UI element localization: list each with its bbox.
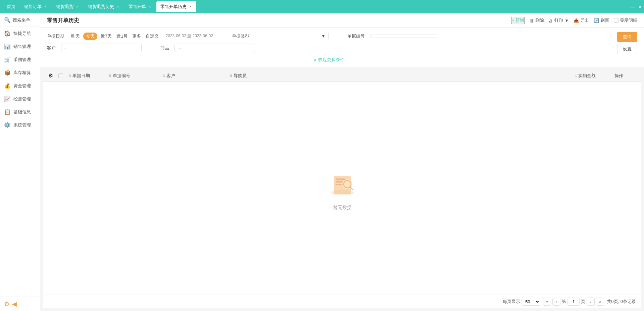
close-button[interactable]: × [639, 4, 641, 9]
last-page-button[interactable]: » [596, 298, 604, 306]
sort-icon-amount[interactable]: ⇅ [574, 74, 577, 77]
minimize-button[interactable]: — [630, 4, 635, 9]
delete-button[interactable]: 🗑 删除 [530, 17, 544, 23]
table-header: ⚙ ⇅ 单据日期 ⇅ 单据编号 ⇅ 客户 ⇅ 导购员 [43, 70, 641, 82]
date-today[interactable]: 今天 [83, 33, 97, 40]
tab-close-retail-open[interactable]: × [148, 4, 152, 9]
tab-retail-open[interactable]: 零售开单 × [125, 1, 156, 12]
date-1month[interactable]: 近1月 [115, 33, 129, 40]
date-7days[interactable]: 近7天 [99, 33, 113, 40]
tab-sales-order[interactable]: 销售订单 × [20, 1, 51, 12]
date-options: 昨天 今天 近7天 近1月 更多 自定义 [70, 33, 160, 40]
tab-close-sales-order[interactable]: × [44, 4, 47, 9]
page-title: 零售开单历史 [47, 17, 79, 24]
number-input[interactable] [370, 35, 437, 38]
number-label: 单据编号 [347, 33, 365, 39]
page-header: 零售开单历史 + 新增 🗑 删除 🖨 打印 ▼ 📤 导出 [40, 13, 644, 28]
filter-row-customer: 客户 ··· 商品 ··· [47, 44, 610, 52]
sidebar-item-operations[interactable]: 📈 经营管理 [0, 92, 40, 105]
content-area: 零售开单历史 + 新增 🗑 删除 🖨 打印 ▼ 📤 导出 [40, 13, 644, 311]
print-icon: 🖨 [549, 18, 553, 23]
export-button[interactable]: 📤 导出 [574, 17, 589, 23]
collapse-sidebar-icon[interactable]: ◀ [12, 300, 17, 308]
settings-bottom-icon[interactable]: ⚙ [4, 300, 9, 308]
sort-icon-date[interactable]: ⇅ [68, 74, 71, 77]
trend-icon: 📈 [4, 96, 11, 102]
sidebar-item-inventory[interactable]: 📦 库存核算 [0, 66, 40, 79]
filter-buttons: 查询 设置 [617, 32, 637, 54]
sort-icon-customer[interactable]: ⇅ [162, 74, 165, 77]
customer-input[interactable]: ··· [61, 44, 142, 52]
tab-close-sales-return-history[interactable]: × [116, 4, 120, 9]
sidebar-item-quick-nav[interactable]: 🏠 快捷导航 [0, 27, 40, 40]
sort-icon-no[interactable]: ⇅ [109, 74, 111, 77]
type-select[interactable]: ▼ [255, 32, 329, 40]
tab-retail-open-history[interactable]: 零售开单历史 × [156, 1, 196, 12]
next-page-button[interactable]: › [587, 298, 595, 306]
goods-input[interactable]: ··· [175, 44, 255, 52]
table-area: ⚙ ⇅ 单据日期 ⇅ 单据编号 ⇅ 客户 ⇅ 导购员 [43, 70, 641, 308]
th-no: ⇅ 单据编号 [106, 73, 160, 79]
th-op: 操作 [612, 73, 639, 79]
collapse-btn[interactable]: ∧ 收起更多条件 [313, 57, 344, 63]
search-icon: 🔍 [4, 17, 11, 23]
window-controls: — × [630, 4, 641, 9]
sidebar-search[interactable]: 🔍 搜索采单 [0, 13, 40, 27]
display-detail-button[interactable]: 显示明细 [614, 17, 637, 23]
page-size-dropdown[interactable]: 50 100 200 [522, 298, 540, 306]
sidebar: 🔍 搜索采单 🏠 快捷导航 📊 销售管理 🛒 采购管理 📦 库存核算 💰 资金管… [0, 13, 40, 311]
display-checkbox [614, 18, 618, 23]
collapse-icon: ∧ [313, 57, 317, 62]
query-button[interactable]: 查询 [617, 32, 637, 42]
sort-icon-guide[interactable]: ⇅ [230, 74, 232, 77]
tab-sales-return-history[interactable]: 销货退货历史 × [84, 1, 124, 12]
home-icon: 🏠 [4, 30, 11, 37]
prev-page-button[interactable]: ‹ [552, 298, 560, 306]
add-button[interactable]: + 新增 [511, 17, 525, 24]
customer-placeholder: ··· [64, 45, 68, 50]
empty-text: 暂无数据 [333, 205, 352, 211]
top-bar: 首页 销售订单 × 销货退货 × 销货退货历史 × 零售开单 × 零售开单历史 … [0, 0, 644, 13]
filter-settings-button[interactable]: 设置 [617, 44, 637, 54]
th-customer: ⇅ 客户 [160, 73, 227, 79]
delete-icon: 🗑 [530, 18, 534, 23]
toolbar: + 新增 🗑 删除 🖨 打印 ▼ 📤 导出 🔄 刷新 [511, 17, 637, 24]
empty-illustration [326, 166, 359, 199]
date-label: 单据日期 [47, 33, 64, 39]
tab-home[interactable]: 首页 [3, 1, 19, 12]
cart-icon: 🛒 [4, 56, 11, 63]
first-page-button[interactable]: « [543, 298, 551, 306]
type-label: 单据类型 [232, 33, 249, 39]
th-date: ⇅ 单据日期 [66, 73, 106, 79]
page-nav: « ‹ 第 页 › » [543, 298, 604, 306]
th-guide: ⇅ 导购员 [227, 73, 267, 79]
money-icon: 💰 [4, 83, 11, 89]
tab-close-retail-open-history[interactable]: × [189, 4, 192, 9]
sidebar-item-sales[interactable]: 📊 销售管理 [0, 40, 40, 53]
refresh-button[interactable]: 🔄 刷新 [594, 17, 609, 23]
export-icon: 📤 [574, 18, 579, 23]
tab-close-sales-return[interactable]: × [76, 4, 79, 9]
date-yesterday[interactable]: 昨天 [70, 33, 81, 40]
sidebar-item-system[interactable]: ⚙️ 系统管理 [0, 118, 40, 132]
print-dropdown-icon: ▼ [564, 18, 569, 23]
main-layout: 🔍 搜索采单 🏠 快捷导航 📊 销售管理 🛒 采购管理 📦 库存核算 💰 资金管… [0, 13, 644, 311]
tab-sales-return[interactable]: 销货退货 × [52, 1, 83, 12]
page-input[interactable] [567, 298, 580, 306]
refresh-icon: 🔄 [594, 18, 599, 23]
date-custom[interactable]: 自定义 [144, 33, 160, 40]
table-settings-icon[interactable]: ⚙ [46, 72, 56, 79]
sidebar-item-finance[interactable]: 💰 资金管理 [0, 79, 40, 92]
th-amount: ⇅ 实销金额 [572, 73, 612, 79]
filter-area: 单据日期 昨天 今天 近7天 近1月 更多 自定义 2023-06-02 至 2… [40, 28, 644, 67]
sidebar-item-purchase[interactable]: 🛒 采购管理 [0, 53, 40, 66]
tab-bar: 首页 销售订单 × 销货退货 × 销货退货历史 × 零售开单 × 零售开单历史 … [3, 1, 630, 12]
date-more[interactable]: 更多 [131, 33, 142, 40]
total-info: 共0页, 0条记录 [607, 299, 636, 305]
print-button[interactable]: 🖨 打印 ▼ [549, 17, 569, 23]
table-select-all[interactable] [56, 73, 66, 78]
svg-line-7 [350, 187, 353, 190]
chart-icon: 📊 [4, 43, 11, 50]
gear-icon: ⚙️ [4, 122, 11, 128]
sidebar-item-base-info[interactable]: 📋 基础信息 [0, 105, 40, 118]
